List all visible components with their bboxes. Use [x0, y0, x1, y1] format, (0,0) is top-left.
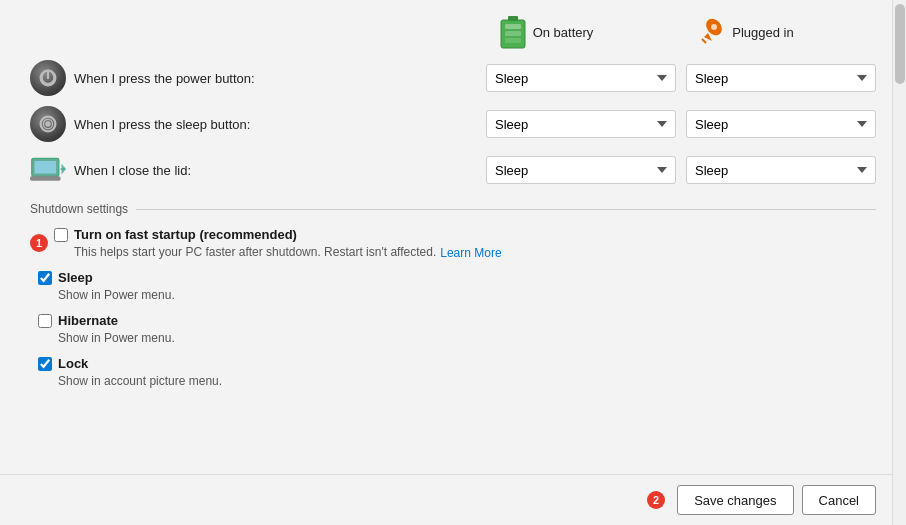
sleep-button-icon [30, 106, 66, 142]
sleep-checkbox[interactable] [38, 271, 52, 285]
lock-item: Lock Show in account picture menu. [38, 355, 876, 390]
shutdown-section-divider: Shutdown settings [30, 202, 876, 216]
lid-dropdowns: Sleep Do nothing Hibernate Shut down Tur… [486, 156, 876, 184]
fast-startup-checkbox-wrap: Turn on fast startup (recommended) This … [54, 226, 502, 261]
svg-rect-16 [30, 176, 61, 181]
lock-text: Lock Show in account picture menu. [58, 355, 222, 390]
power-button-label: When I press the power button: [74, 71, 486, 86]
lock-label[interactable]: Lock [58, 355, 222, 373]
settings-rows: When I press the power button: Sleep Do … [30, 60, 876, 188]
sleep-button-on-battery-select[interactable]: Sleep Do nothing Hibernate Shut down Tur… [486, 110, 676, 138]
lock-checkbox-wrap: Lock Show in account picture menu. [38, 355, 222, 390]
hibernate-subtext: Show in Power menu. [58, 330, 175, 347]
power-button-plugged-in-select[interactable]: Sleep Do nothing Hibernate Shut down Tur… [686, 64, 876, 92]
svg-point-7 [711, 24, 717, 30]
scrollbar-thumb [895, 4, 905, 84]
svg-rect-4 [505, 38, 521, 43]
sleep-button-dropdowns: Sleep Do nothing Hibernate Shut down Tur… [486, 110, 876, 138]
lid-plugged-in-select[interactable]: Sleep Do nothing Hibernate Shut down Tur… [686, 156, 876, 184]
column-headers: On battery Plugged in [30, 16, 876, 48]
fast-startup-desc: This helps start your PC faster after sh… [74, 244, 502, 261]
on-battery-label: On battery [533, 25, 594, 40]
fast-startup-item: 1 Turn on fast startup (recommended) Thi… [30, 226, 876, 261]
svg-rect-18 [61, 168, 66, 170]
battery-icon [499, 16, 527, 48]
sleep-subtext: Show in Power menu. [58, 287, 175, 304]
svg-point-12 [45, 121, 51, 127]
lid-label: When I close the lid: [74, 163, 486, 178]
fast-startup-subtext: This helps start your PC faster after sh… [74, 244, 436, 261]
fast-startup-checkbox[interactable] [54, 228, 68, 242]
save-changes-button[interactable]: Save changes [677, 485, 793, 515]
svg-rect-2 [505, 24, 521, 29]
lid-row: When I close the lid: Sleep Do nothing H… [30, 152, 876, 188]
plugged-in-header: Plugged in [646, 16, 846, 48]
battery-svg [499, 14, 527, 50]
pluggedin-icon [698, 16, 726, 48]
cancel-button[interactable]: Cancel [802, 485, 876, 515]
divider-line [136, 209, 876, 210]
hibernate-checkbox-wrap: Hibernate Show in Power menu. [38, 312, 175, 347]
on-battery-header: On battery [446, 16, 646, 48]
hibernate-label[interactable]: Hibernate [58, 312, 175, 330]
lock-subtext: Show in account picture menu. [58, 373, 222, 390]
sleep-label[interactable]: Sleep [58, 269, 175, 287]
fast-startup-learn-more-link[interactable]: Learn More [440, 246, 501, 260]
svg-rect-15 [35, 161, 57, 174]
scrollbar[interactable] [892, 0, 906, 525]
power-button-dropdowns: Sleep Do nothing Hibernate Shut down Tur… [486, 64, 876, 92]
svg-marker-6 [704, 33, 712, 41]
shutdown-section-title: Shutdown settings [30, 202, 136, 216]
power-button-on-battery-select[interactable]: Sleep Do nothing Hibernate Shut down Tur… [486, 64, 676, 92]
power-button-row: When I press the power button: Sleep Do … [30, 60, 876, 96]
sleep-button-label: When I press the sleep button: [74, 117, 486, 132]
svg-rect-1 [508, 16, 518, 21]
footer-badge: 2 [647, 491, 665, 509]
sleep-button-plugged-in-select[interactable]: Sleep Do nothing Hibernate Shut down Tur… [686, 110, 876, 138]
sleep-button-row: When I press the sleep button: Sleep Do … [30, 106, 876, 142]
fast-startup-label[interactable]: Turn on fast startup (recommended) [74, 226, 502, 244]
fast-startup-text: Turn on fast startup (recommended) This … [74, 226, 502, 261]
sleep-item: Sleep Show in Power menu. [38, 269, 876, 304]
hibernate-text: Hibernate Show in Power menu. [58, 312, 175, 347]
footer: 2 Save changes Cancel [0, 474, 906, 525]
sleep-checkbox-wrap: Sleep Show in Power menu. [38, 269, 175, 304]
hibernate-checkbox[interactable] [38, 314, 52, 328]
power-button-icon [30, 60, 66, 96]
lock-checkbox[interactable] [38, 357, 52, 371]
svg-rect-3 [505, 31, 521, 36]
fast-startup-badge: 1 [30, 234, 48, 252]
lid-on-battery-select[interactable]: Sleep Do nothing Hibernate Shut down Tur… [486, 156, 676, 184]
lid-icon [30, 152, 66, 188]
sleep-text: Sleep Show in Power menu. [58, 269, 175, 304]
hibernate-item: Hibernate Show in Power menu. [38, 312, 876, 347]
plugged-in-label: Plugged in [732, 25, 793, 40]
svg-line-8 [702, 39, 706, 43]
